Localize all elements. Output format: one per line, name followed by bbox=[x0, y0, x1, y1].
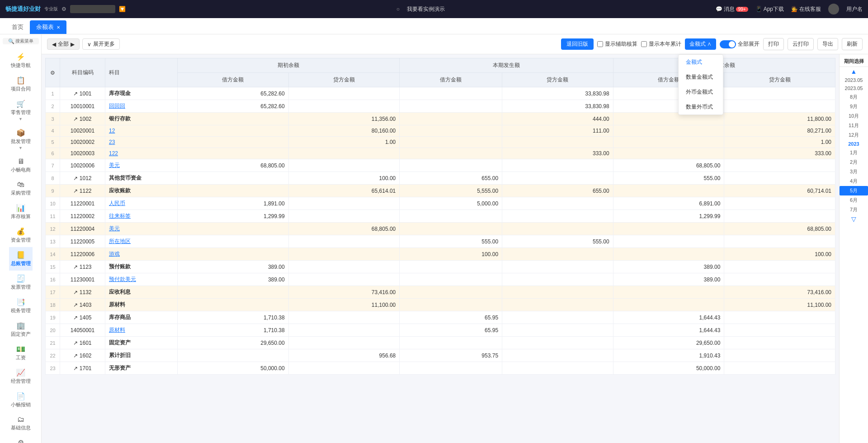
settings-icon[interactable]: ⚙ bbox=[61, 6, 66, 12]
row-code[interactable]: 11220002 bbox=[60, 210, 105, 223]
period-month-9[interactable]: 9月 bbox=[840, 102, 868, 111]
period-month-3[interactable]: 3月 bbox=[840, 167, 868, 176]
tab-balance-sheet[interactable]: 余额表 ✕ bbox=[30, 20, 66, 34]
sidebar-icon: 📒 bbox=[16, 251, 25, 259]
period-header: 期间选择 bbox=[840, 56, 868, 67]
row-op-debit: 1,710.38 bbox=[178, 311, 289, 324]
row-name[interactable]: 往来标签 bbox=[105, 210, 178, 223]
toggle-control[interactable] bbox=[720, 40, 736, 48]
row-name[interactable]: 游戏 bbox=[105, 248, 178, 261]
sidebar-item-系统管理[interactable]: ⚙ 系统管理 bbox=[9, 435, 33, 443]
sidebar-item-税务管理[interactable]: 📑 税务管理 bbox=[9, 294, 33, 318]
dropdown-option-数量金额式[interactable]: 数量金额式 bbox=[679, 70, 723, 85]
sidebar-item-批发管理[interactable]: 📦 批发管理 ▼ bbox=[9, 125, 33, 154]
show-ytd-check[interactable]: 显示本年累计 bbox=[641, 40, 681, 48]
row-name[interactable]: 回回回 bbox=[105, 100, 178, 113]
row-op-credit bbox=[288, 261, 400, 273]
row-name[interactable]: 人民币 bbox=[105, 197, 178, 210]
print-btn[interactable]: 打印 bbox=[763, 38, 784, 50]
dropdown-option-外币金额式[interactable]: 外币金额式 bbox=[679, 85, 723, 100]
auxiliary-checkbox[interactable] bbox=[597, 41, 603, 47]
user-avatar[interactable] bbox=[828, 4, 839, 14]
row-code[interactable]: 10010001 bbox=[60, 100, 105, 113]
sidebar-item-小畅电商[interactable]: 🖥 小畅电商 bbox=[9, 154, 33, 177]
row-code[interactable]: 14050001 bbox=[60, 324, 105, 337]
row-code[interactable]: 10020001 bbox=[60, 125, 105, 137]
row-code[interactable]: 11220001 bbox=[60, 197, 105, 210]
row-per-debit bbox=[400, 337, 502, 349]
row-code[interactable]: 10020006 bbox=[60, 159, 105, 172]
toolbar-right: 退回旧版 显示辅助核算 显示本年累计 金额式 ∧ 金额式数量金额式外币金额式数量… bbox=[561, 38, 863, 50]
period-month-1[interactable]: 1月 bbox=[840, 148, 868, 157]
tab-home[interactable]: 首页 bbox=[5, 20, 30, 34]
row-name[interactable]: 美元 bbox=[105, 159, 178, 172]
period-month-2[interactable]: 2月 bbox=[840, 157, 868, 167]
row-op-debit: 1,299.99 bbox=[178, 210, 289, 223]
period-month-6[interactable]: 6月 bbox=[840, 195, 868, 205]
sidebar-item-项目合同[interactable]: 📋 项目合同 bbox=[9, 72, 33, 96]
expand-more-btn[interactable]: ∨ 展开更多 bbox=[82, 38, 120, 50]
sidebar-item-固定资产[interactable]: 🏢 固定资产 bbox=[9, 318, 33, 341]
table-row: 6 10020003 122 333.00 333.00 bbox=[46, 148, 835, 159]
sidebar-item-工资[interactable]: 💵 工资 bbox=[9, 341, 33, 365]
message-btn[interactable]: 💬 消息 99+ bbox=[716, 5, 748, 13]
period-month-5[interactable]: 5月 bbox=[840, 186, 868, 195]
export-btn[interactable]: 导出 bbox=[817, 38, 838, 50]
period-month-7[interactable]: 7月 bbox=[840, 205, 868, 214]
period-month-4[interactable]: 4月 bbox=[840, 176, 868, 186]
row-name[interactable]: 12 bbox=[105, 125, 178, 137]
period-month-11[interactable]: 11月 bbox=[840, 121, 868, 130]
period-month-12[interactable]: 12月 bbox=[840, 130, 868, 140]
period-collapse-up[interactable]: ▲ bbox=[840, 67, 868, 76]
row-op-debit: 65,282.60 bbox=[178, 87, 289, 100]
row-code: ↗ 1012 bbox=[60, 172, 105, 185]
row-num: 23 bbox=[46, 362, 60, 375]
back-old-version-btn[interactable]: 退回旧版 bbox=[561, 38, 594, 50]
sidebar-item-基础信息[interactable]: 🗂 基础信息 bbox=[9, 412, 33, 435]
sidebar-item-零售管理[interactable]: 🛒 零售管理 ▼ bbox=[9, 96, 33, 125]
row-name[interactable]: 23 bbox=[105, 137, 178, 148]
row-code[interactable]: 11220006 bbox=[60, 248, 105, 261]
main-layout: 🔍 搜索菜单 ⚡ 快捷导航 📋 项目合同 🛒 零售管理 ▼📦 批发管理 ▼🖥 小… bbox=[0, 34, 868, 443]
all-filter-btn[interactable]: ◀ 全部 ▶ bbox=[47, 38, 80, 50]
sidebar-item-经营管理[interactable]: 📈 经营管理 bbox=[9, 365, 33, 388]
row-code[interactable]: 11230001 bbox=[60, 273, 105, 286]
row-name[interactable]: 122 bbox=[105, 148, 178, 159]
sidebar-item-小畅报销[interactable]: 📄 小畅报销 bbox=[9, 388, 33, 412]
period-month-8[interactable]: 8月 bbox=[840, 92, 868, 102]
row-code[interactable]: 11220004 bbox=[60, 223, 105, 235]
tab-close-icon[interactable]: ✕ bbox=[57, 25, 60, 30]
row-name[interactable]: 美元 bbox=[105, 223, 178, 235]
row-code[interactable]: 10020003 bbox=[60, 148, 105, 159]
row-name[interactable]: 原材料 bbox=[105, 324, 178, 337]
expand-all-toggle[interactable]: 全部展开 bbox=[720, 40, 760, 48]
demo-text[interactable]: 我要看实例演示 bbox=[407, 5, 445, 13]
dropdown-option-金额式[interactable]: 金额式 bbox=[679, 55, 723, 70]
refresh-btn[interactable]: 刷新 bbox=[842, 38, 863, 50]
row-code[interactable]: 10020002 bbox=[60, 137, 105, 148]
show-auxiliary-check[interactable]: 显示辅助核算 bbox=[597, 40, 637, 48]
row-name[interactable]: 预付款美元 bbox=[105, 273, 178, 286]
cloud-print-btn[interactable]: 云打印 bbox=[788, 38, 814, 50]
row-code[interactable]: 11220005 bbox=[60, 235, 105, 248]
period-month-10[interactable]: 10月 bbox=[840, 111, 868, 121]
ytd-checkbox[interactable] bbox=[641, 41, 647, 47]
sidebar-item-总账管理[interactable]: 📒 总账管理 bbox=[9, 247, 33, 271]
row-cl-debit bbox=[613, 185, 724, 197]
sidebar-item-快捷导航[interactable]: ⚡ 快捷导航 bbox=[9, 49, 33, 72]
app-download-btn[interactable]: 📱 App下载 bbox=[755, 5, 784, 13]
period-collapse-down[interactable]: ▽ bbox=[840, 214, 868, 224]
dropdown-option-数量外币式[interactable]: 数量外币式 bbox=[679, 100, 723, 114]
row-name[interactable]: 所在地区 bbox=[105, 235, 178, 248]
search-menu-btn[interactable]: 🔍 搜索菜单 bbox=[3, 38, 39, 44]
sidebar-label: 零售管理 bbox=[11, 109, 31, 116]
table-row: 18 ↗ 1403 原材料 11,100.00 11,100.00 bbox=[46, 299, 835, 311]
amount-type-menu: 金额式数量金额式外币金额式数量外币式 bbox=[678, 54, 723, 115]
online-service-btn[interactable]: 💁 在线客服 bbox=[791, 5, 821, 13]
sidebar-item-库存核算[interactable]: 📊 库存核算 bbox=[9, 200, 33, 224]
sidebar-item-发票管理[interactable]: 🧾 发票管理 bbox=[9, 271, 33, 294]
amount-type-dropdown[interactable]: 金额式 ∧ bbox=[685, 38, 716, 50]
row-num: 20 bbox=[46, 324, 60, 337]
sidebar-item-资金管理[interactable]: 💰 资金管理 bbox=[9, 224, 33, 247]
sidebar-item-采购管理[interactable]: 🛍 采购管理 bbox=[9, 177, 33, 200]
